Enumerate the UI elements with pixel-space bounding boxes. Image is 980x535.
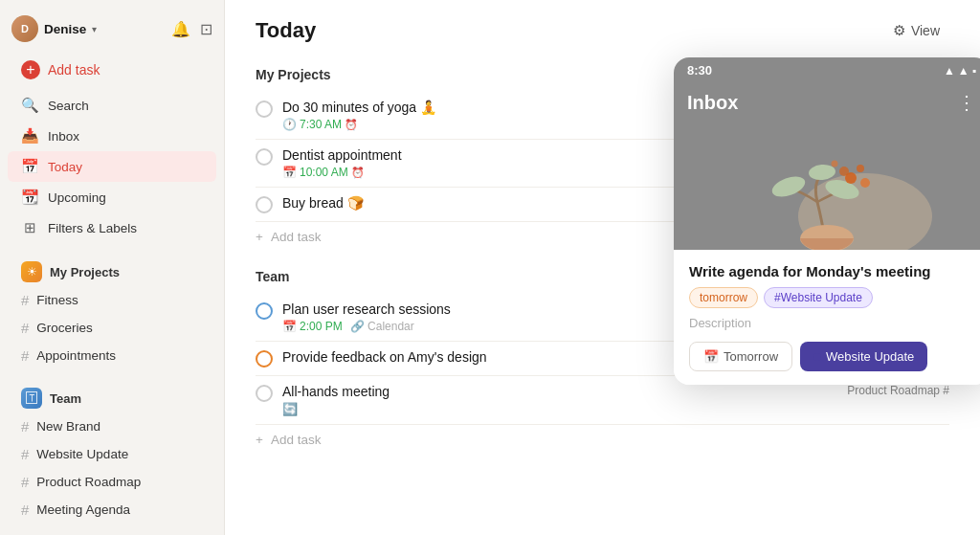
mobile-inbox-header: Inbox ⋮ (674, 83, 980, 125)
sidebar-header: D Denise ▾ 🔔 ⊡ (0, 11, 224, 54)
mobile-action-buttons: 📅 Tomorrow Website Update (689, 342, 974, 371)
project-label-meeting-agenda: Meeting Agenda (36, 502, 130, 517)
project-label-website-update: Website Update (36, 447, 128, 461)
page-title: Today (256, 18, 316, 43)
main-header: Today ⚙ View (225, 0, 980, 44)
bell-icon[interactable]: 🔔 (171, 20, 190, 38)
svg-point-8 (832, 161, 838, 167)
sidebar-item-groceries[interactable]: # Groceries (8, 314, 216, 342)
sidebar-item-upcoming[interactable]: 📆 Upcoming (8, 182, 216, 212)
user-name: Denise (44, 22, 86, 36)
website-btn-label: Website Update (826, 349, 914, 364)
battery-icon: ▪ (972, 64, 976, 78)
mobile-signals: ▲ ▲ ▪ (944, 64, 976, 78)
mobile-card-description: Description (689, 316, 974, 330)
project-label-fitness: Fitness (36, 293, 78, 307)
svg-point-7 (839, 167, 849, 176)
mobile-overlay: 8:30 ▲ ▲ ▪ Inbox ⋮ (674, 57, 980, 385)
mobile-card-title: Write agenda for Monday's meeting (689, 263, 974, 279)
hash-fitness-icon: # (21, 292, 29, 308)
project-label-product-roadmap: Product Roadmap (36, 475, 141, 489)
task-checkbox-allhands[interactable] (256, 385, 273, 402)
calendar-icon-tomorrow-btn: 📅 (703, 349, 719, 364)
sidebar-item-website-update[interactable]: # Website Update (8, 440, 216, 468)
avatar: D (11, 15, 38, 42)
mobile-tag-tomorrow[interactable]: tomorrow (689, 287, 758, 308)
today-icon: 📅 (21, 158, 38, 175)
svg-point-1 (769, 172, 808, 200)
task-checkbox-dentist[interactable] (256, 148, 273, 166)
avatar-image: D (11, 15, 38, 42)
team-title-row: 🅃 Team (21, 388, 81, 409)
alarm-icon-dentist: ⏰ (351, 167, 365, 179)
my-projects-title-row: ☀ My Projects (21, 261, 120, 282)
task-time-yoga: 🕐 7:30 AM ⏰ (282, 118, 358, 131)
mobile-time: 8:30 (687, 63, 712, 78)
plus-icon-team: + (256, 433, 263, 447)
task-time-dentist: 📅 10:00 AM ⏰ (282, 166, 365, 179)
task-checkbox-yoga[interactable] (256, 100, 273, 118)
my-projects-icon: ☀ (21, 261, 42, 282)
sidebar-item-today[interactable]: 📅 Today (8, 151, 216, 182)
illustration-svg (674, 125, 980, 250)
sidebar-item-fitness[interactable]: # Fitness (8, 286, 216, 314)
bookmark-icon[interactable]: ⊡ (200, 20, 212, 38)
view-button[interactable]: ⚙ View (883, 17, 949, 44)
hash-groceries-icon: # (21, 320, 29, 336)
task-checkbox-user-research[interactable] (256, 302, 273, 320)
task-checkbox-feedback[interactable] (256, 350, 273, 368)
sidebar-item-appointments[interactable]: # Appointments (8, 342, 216, 369)
add-task-my-projects-label: Add task (271, 230, 322, 244)
sidebar-item-meeting-agenda[interactable]: # Meeting Agenda (8, 496, 216, 524)
upcoming-icon: 📆 (21, 189, 38, 206)
add-task-plus-icon: + (21, 60, 40, 79)
header-icons: 🔔 ⊡ (171, 20, 212, 38)
calendar-icon-dentist: 📅 (282, 166, 297, 179)
mobile-inbox-menu-icon[interactable]: ⋮ (957, 91, 976, 114)
tomorrow-btn-label: Tomorrow (724, 349, 778, 364)
user-menu[interactable]: D Denise ▾ (11, 15, 97, 42)
my-projects-label: My Projects (50, 265, 120, 279)
calendar-icon-user-research: 📅 (282, 320, 297, 333)
team-section-header[interactable]: 🅃 Team (8, 380, 216, 412)
mobile-website-button[interactable]: Website Update (800, 342, 927, 371)
filter-icon: ⚙ (893, 22, 905, 39)
add-task-team-label: Add task (271, 433, 322, 447)
sidebar-item-new-brand[interactable]: # New Brand (8, 412, 216, 440)
alarm-icon-yoga: ⏰ (345, 119, 358, 131)
project-label-groceries: Groceries (36, 321, 93, 335)
project-label-appointments: Appointments (36, 348, 116, 363)
nav-label-today: Today (48, 160, 82, 174)
sidebar-item-inbox[interactable]: 📥 Inbox (8, 121, 216, 151)
add-task-button[interactable]: + Add task (8, 54, 216, 86)
plus-icon-my-projects: + (256, 230, 263, 244)
hash-website-update-icon: # (21, 446, 29, 462)
hash-product-roadmap-icon: # (21, 474, 29, 490)
sidebar-item-search[interactable]: 🔍 Search (8, 90, 216, 121)
add-task-team[interactable]: + Add task (256, 425, 949, 455)
mobile-tomorrow-button[interactable]: 📅 Tomorrow (689, 342, 792, 371)
task-checkbox-bread[interactable] (256, 196, 273, 213)
sidebar-item-product-roadmap[interactable]: # Product Roadmap (8, 468, 216, 496)
wifi-icon: ▲ (944, 64, 955, 78)
nav-label-inbox: Inbox (48, 129, 79, 144)
dot-indicator-icon (813, 353, 821, 361)
sidebar: D Denise ▾ 🔔 ⊡ + Add task 🔍 Search 📥 Inb… (0, 0, 225, 535)
hash-new-brand-icon: # (21, 418, 29, 435)
svg-point-3 (808, 164, 835, 181)
chevron-down-icon: ▾ (92, 24, 97, 34)
main-content-area: Today ⚙ View My Projects Do 30 minutes o… (225, 0, 980, 535)
signal-icon: ▲ (958, 64, 969, 78)
mobile-status-bar: 8:30 ▲ ▲ ▪ (674, 57, 980, 83)
task-meta-allhands: 🔄 (282, 402, 837, 416)
mobile-tag-website[interactable]: #Website Update (764, 287, 873, 308)
task-tag-allhands: Product Roadmap # (847, 384, 949, 397)
sidebar-item-filters[interactable]: ⊞ Filters & Labels (8, 212, 216, 243)
task-body-allhands: All-hands meeting 🔄 (282, 384, 837, 416)
view-label: View (911, 23, 940, 38)
nav-label-search: Search (48, 99, 89, 113)
clock-icon-yoga: 🕐 (282, 118, 297, 131)
inbox-icon: 📥 (21, 127, 38, 145)
hash-meeting-agenda-icon: # (21, 502, 29, 518)
my-projects-section-header[interactable]: ☀ My Projects (8, 254, 216, 286)
